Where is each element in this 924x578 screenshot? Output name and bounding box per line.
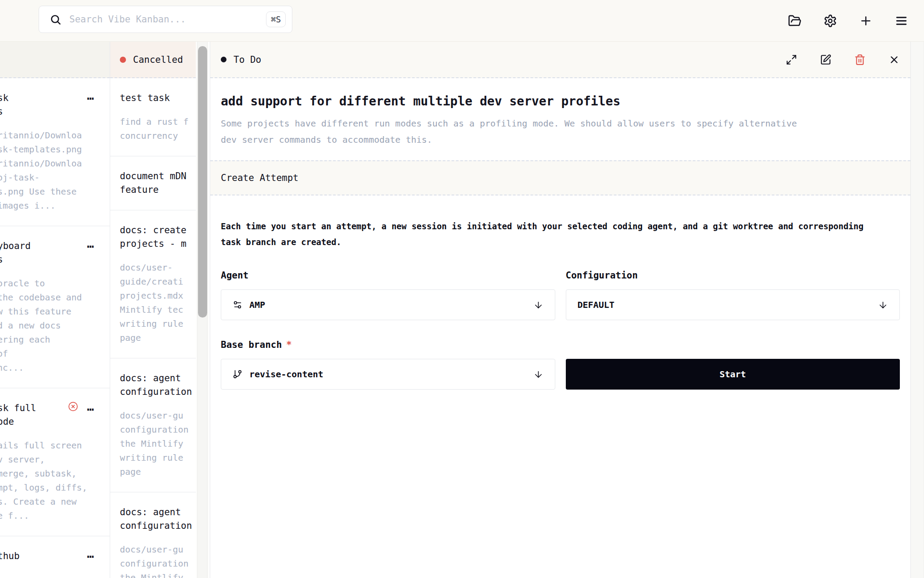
task-card[interactable]: yboard s oracle to the codebase and w th…: [0, 226, 110, 388]
task-card-title: document mDN feature: [120, 170, 196, 197]
kanban-board: sk s ritannio/Downloa sk-templates.png r…: [0, 42, 210, 578]
create-attempt-section-header: Create Attempt: [210, 160, 910, 195]
task-card[interactable]: docs: create projects - m docs/user- gui…: [110, 210, 196, 358]
agent-label: Agent: [221, 270, 555, 281]
task-card-title: sk full ode: [0, 401, 110, 429]
settings-gear-icon: [823, 14, 837, 28]
task-card-description: ails full screen v server, merge, subtas…: [0, 438, 110, 523]
kanban-column-cancelled-cards: test task find a rust f concurrency … do…: [110, 78, 196, 578]
task-detail-actions: [786, 54, 900, 65]
settings-button[interactable]: [823, 14, 837, 28]
git-branch-icon: [233, 369, 242, 379]
edit-icon: [820, 54, 831, 65]
edit-task-button[interactable]: [820, 54, 831, 65]
card-menu-button[interactable]: …: [87, 239, 93, 248]
required-asterisk: *: [286, 340, 292, 350]
cancelled-status-dot-icon: [120, 57, 126, 63]
create-attempt-info-text: Each time you start an attempt, a new se…: [221, 218, 879, 250]
base-branch-label: Base branch*: [221, 340, 555, 350]
topbar-actions: [788, 0, 908, 42]
card-menu-button[interactable]: …: [87, 402, 93, 411]
board-scrollbar-thumb[interactable]: [198, 46, 207, 318]
task-card[interactable]: sk full ode ails full screen v server, m…: [0, 388, 110, 536]
search-box[interactable]: ⌘S: [39, 6, 292, 33]
task-card-title: thub: [0, 549, 110, 563]
task-card-description: docs/user-gu configuration the Mintlify …: [120, 542, 196, 578]
configuration-value: DEFAULT: [578, 300, 615, 310]
close-panel-button[interactable]: [888, 54, 900, 65]
task-card[interactable]: thub cs page …: [0, 536, 110, 578]
menu-button[interactable]: [895, 14, 908, 28]
task-card-description: ritannio/Downloa sk-templates.png ritann…: [0, 128, 110, 213]
task-card-title: test task: [120, 91, 196, 105]
task-card-description: docs/user- guide/creati projects.mdx Min…: [120, 260, 196, 345]
create-attempt-heading: Create Attempt: [221, 173, 298, 183]
kanban-column-left-cards: sk s ritannio/Downloa sk-templates.png r…: [0, 78, 110, 578]
agent-value: AMP: [249, 300, 265, 310]
delete-task-button[interactable]: [854, 54, 866, 65]
arrow-down-icon: [533, 300, 543, 310]
trash-icon: [854, 54, 866, 65]
add-task-button[interactable]: [859, 14, 873, 28]
base-branch-value: revise-content: [249, 369, 324, 379]
kanban-column-cancelled-header: Cancelled: [110, 42, 196, 78]
topbar: ⌘S: [0, 0, 924, 42]
task-detail-header: To Do: [210, 42, 910, 78]
task-card-title: sk s: [0, 91, 110, 119]
task-card-title: docs: agent configuration: [120, 506, 196, 533]
task-card[interactable]: test task find a rust f concurrency …: [110, 78, 196, 156]
task-card-description: oracle to the codebase and w this featur…: [0, 276, 110, 375]
expand-button[interactable]: [786, 54, 797, 65]
search-input[interactable]: [69, 14, 266, 25]
task-description: Some projects have different run modes s…: [221, 116, 813, 148]
search-shortcut-badge: ⌘S: [266, 11, 286, 27]
task-card[interactable]: sk s ritannio/Downloa sk-templates.png r…: [0, 78, 110, 226]
task-card-title: docs: create projects - m: [120, 224, 196, 251]
kanban-column-cancelled: Cancelled test task find a rust f concur…: [110, 42, 196, 578]
sliders-icon: [233, 300, 242, 310]
kanban-column-left-header: [0, 42, 110, 78]
task-card-title: docs: agent configuration: [120, 372, 196, 399]
search-icon: [50, 14, 61, 25]
base-branch-select[interactable]: revise-content: [221, 359, 555, 390]
kanban-column-left: sk s ritannio/Downloa sk-templates.png r…: [0, 42, 110, 578]
task-card-description: docs/user-gu configuration the Mintlify …: [120, 408, 196, 479]
task-card-description: find a rust f concurrency: [120, 115, 196, 143]
task-title: add support for different multiple dev s…: [221, 94, 900, 108]
start-attempt-button[interactable]: Start: [566, 359, 900, 390]
todo-status-dot-icon: [221, 57, 227, 62]
task-card-title: yboard s: [0, 239, 110, 267]
arrow-down-icon: [533, 369, 543, 379]
close-icon: [888, 54, 900, 65]
task-card[interactable]: docs: agent configuration docs/user-gu c…: [110, 492, 196, 578]
arrow-down-icon: [878, 300, 888, 310]
cancelled-circle-x-icon: [68, 401, 78, 412]
board-scrollbar: [196, 42, 210, 578]
task-card-description: cs page: [0, 573, 110, 578]
column-header-label: Cancelled: [133, 54, 183, 65]
task-detail-panel: To Do: [210, 42, 924, 578]
configuration-select[interactable]: DEFAULT: [566, 289, 900, 320]
open-project-button[interactable]: [788, 14, 802, 28]
card-menu-button[interactable]: …: [87, 549, 93, 558]
expand-icon: [786, 54, 797, 65]
configuration-label: Configuration: [566, 270, 900, 281]
task-status-label: To Do: [234, 54, 261, 65]
task-card[interactable]: document mDN feature …: [110, 156, 196, 210]
menu-icon: [895, 14, 908, 28]
agent-select[interactable]: AMP: [221, 289, 555, 320]
folder-open-icon: [788, 14, 802, 28]
plus-icon: [859, 14, 873, 28]
create-attempt-form: Each time you start an attempt, a new se…: [210, 218, 910, 390]
card-menu-button[interactable]: …: [87, 91, 93, 100]
panel-scrollbar-gutter[interactable]: [910, 42, 924, 578]
task-card[interactable]: docs: agent configuration docs/user-gu c…: [110, 358, 196, 492]
